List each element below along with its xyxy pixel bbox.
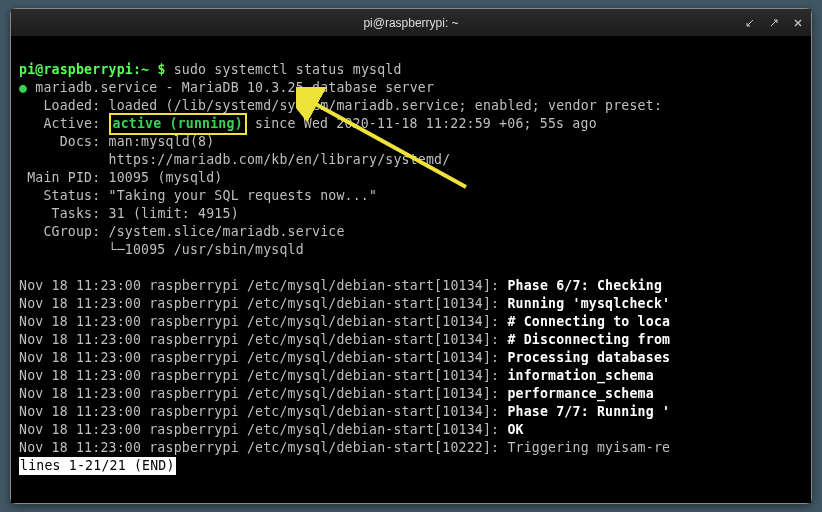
close-button[interactable] (791, 16, 805, 30)
mainpid-label: Main PID: (19, 170, 100, 185)
terminal-window: pi@raspberrypi: ~ pi@raspberrypi:~ $ sud… (10, 8, 812, 504)
highlight-rectangle: active (running) (109, 113, 247, 135)
log-line: Nov 18 11:23:00 raspberrypi /etc/mysql/d… (19, 332, 670, 347)
log-line: Nov 18 11:23:00 raspberrypi /etc/mysql/d… (19, 368, 654, 383)
prompt-path: :~ (133, 62, 149, 77)
log-line: Nov 18 11:23:00 raspberrypi /etc/mysql/d… (19, 296, 670, 311)
tasks-label: Tasks: (19, 206, 100, 221)
loaded-value: loaded (/lib/systemd/system/mariadb.serv… (100, 98, 662, 113)
cgroup-label: CGroup: (19, 224, 100, 239)
window-title: pi@raspberrypi: ~ (363, 16, 458, 30)
log-line: Nov 18 11:23:00 raspberrypi /etc/mysql/d… (19, 314, 670, 329)
status-bullet: ● (19, 80, 27, 95)
cgroup-value: /system.slice/mariadb.service (100, 224, 344, 239)
docs-value2: https://mariadb.com/kb/en/library/system… (19, 152, 450, 167)
log-line: Nov 18 11:23:00 raspberrypi /etc/mysql/d… (19, 350, 670, 365)
loaded-label: Loaded: (19, 98, 100, 113)
service-line: mariadb.service - MariaDB 10.3.25 databa… (27, 80, 434, 95)
active-label: Active: (19, 116, 109, 131)
docs-label: Docs: (19, 134, 100, 149)
prompt-dollar: $ (157, 62, 165, 77)
mainpid-value: 10095 (mysqld) (100, 170, 222, 185)
log-line: Nov 18 11:23:00 raspberrypi /etc/mysql/d… (19, 422, 524, 437)
docs-value1: man:mysqld(8) (100, 134, 214, 149)
pager-status: lines 1-21/21 (END) (19, 457, 176, 475)
svg-line-0 (310, 101, 466, 187)
status2-value: "Taking your SQL requests now..." (100, 188, 377, 203)
log-line: Nov 18 11:23:00 raspberrypi /etc/mysql/d… (19, 386, 654, 401)
cgroup-tree: └─10095 /usr/sbin/mysqld (19, 242, 304, 257)
maximize-button[interactable] (767, 16, 781, 30)
log-line: Nov 18 11:23:00 raspberrypi /etc/mysql/d… (19, 440, 670, 455)
tasks-value: 31 (limit: 4915) (100, 206, 238, 221)
command-text: sudo systemctl status mysqld (174, 62, 402, 77)
active-since: since Wed 2020-11-18 11:22:59 +06; 55s a… (247, 116, 597, 131)
log-line: Nov 18 11:23:00 raspberrypi /etc/mysql/d… (19, 278, 662, 293)
log-line: Nov 18 11:23:00 raspberrypi /etc/mysql/d… (19, 404, 670, 419)
window-controls (743, 16, 805, 30)
active-value: active (running) (113, 116, 243, 131)
prompt-user-host: pi@raspberrypi (19, 62, 133, 77)
terminal-content[interactable]: pi@raspberrypi:~ $ sudo systemctl status… (11, 37, 811, 503)
titlebar[interactable]: pi@raspberrypi: ~ (11, 9, 811, 37)
minimize-button[interactable] (743, 16, 757, 30)
status2-label: Status: (19, 188, 100, 203)
